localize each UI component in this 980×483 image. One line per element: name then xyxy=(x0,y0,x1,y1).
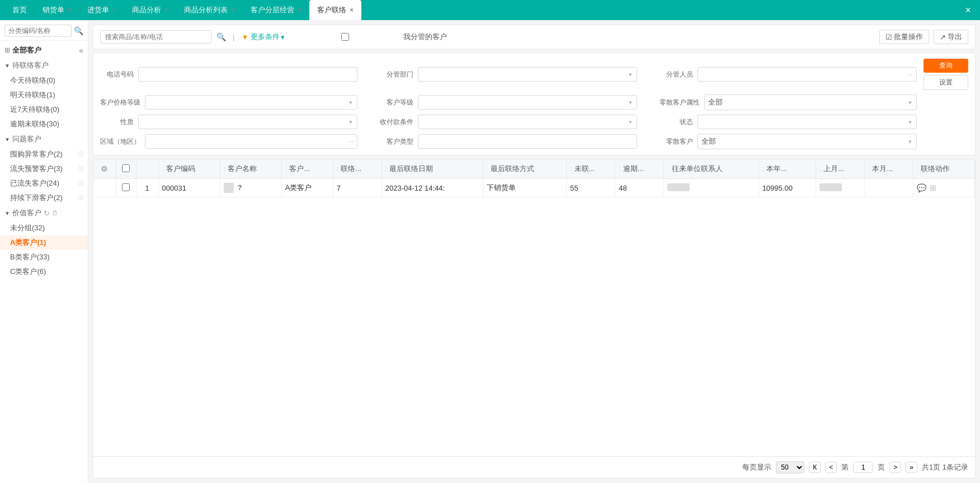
filter-retail-attr: 零散客户属性 全部 ▼ xyxy=(659,94,917,110)
row-checkbox[interactable] xyxy=(122,183,130,191)
page-size-select[interactable]: 50 100 200 xyxy=(776,461,804,473)
churned-info-icon: ⓘ xyxy=(78,179,83,187)
retail-attr-select[interactable]: 全部 ▼ xyxy=(704,94,917,110)
next-page-btn[interactable]: > xyxy=(889,462,901,473)
row-last-method[interactable]: 下销货单 xyxy=(483,179,567,197)
col-type: :客户... xyxy=(281,159,333,179)
my-customers-filter[interactable]: 我分管的客户 xyxy=(289,32,447,42)
close-product-analysis-tab[interactable]: × xyxy=(164,6,168,14)
payment-select[interactable]: ▼ xyxy=(418,115,637,129)
customer-level-label: 客户等级 xyxy=(380,98,413,107)
col-this-year: :本年... xyxy=(758,159,816,179)
nav-sales[interactable]: 销货单 × xyxy=(35,0,79,20)
filter-bar-right: ☑ 批量操作 ↗ 导出 xyxy=(879,30,968,44)
customer-type-label: 客户类型 xyxy=(380,137,413,146)
search-execute-button[interactable]: 查询 xyxy=(924,59,968,73)
export-button[interactable]: ↗ 导出 xyxy=(934,30,968,44)
status-dropdown-icon: ▼ xyxy=(907,119,913,125)
my-customers-checkbox[interactable] xyxy=(289,33,401,41)
row-this-month xyxy=(864,179,913,197)
my-customers-label: 我分管的客户 xyxy=(403,32,447,42)
hoarding-info-icon: ⓘ xyxy=(78,150,83,158)
row-check xyxy=(116,179,136,197)
search-input[interactable] xyxy=(100,30,212,44)
nav-purchase[interactable]: 进货单 × xyxy=(79,0,124,20)
sidebar-group-problem[interactable]: ▼ 问题客户 xyxy=(0,131,88,147)
row-last-month xyxy=(816,179,864,197)
region-dots-icon: ··· xyxy=(348,138,354,145)
sidebar-item-today[interactable]: 今天待联络(0) xyxy=(0,73,88,88)
sidebar-item-class-b[interactable]: B类客户(33) xyxy=(0,250,88,264)
region-select[interactable]: ··· xyxy=(145,134,357,149)
status-select[interactable]: ▼ xyxy=(698,115,917,129)
sidebar-item-churn-warning[interactable]: 流失预警客户(3) ⓘ xyxy=(0,162,88,176)
close-sales-tab[interactable]: × xyxy=(68,6,72,14)
data-table-container: ⚙ :客户编码 :客户名称 :客户... :联络... :最后联络日期 :最后 xyxy=(93,159,976,479)
nav-product-analysis-list[interactable]: 商品分析列表 × xyxy=(176,0,243,20)
customer-level-select[interactable]: ▼ xyxy=(418,95,637,110)
sidebar-item-churned[interactable]: 已流失客户(24) ⓘ xyxy=(0,176,88,191)
sidebar-search-input[interactable] xyxy=(4,25,72,37)
sidebar-item-tomorrow[interactable]: 明天待联络(1) xyxy=(0,88,88,102)
close-product-analysis-list-tab[interactable]: × xyxy=(231,6,235,14)
action-qr-icon[interactable]: ⊞ xyxy=(930,183,936,192)
nav-customer-tier[interactable]: 客户分层经营 × xyxy=(243,0,309,20)
close-purchase-tab[interactable]: × xyxy=(112,6,116,14)
sidebar-item-overdue[interactable]: 逾期未联络(30) xyxy=(0,117,88,131)
nature-dropdown-icon: ▼ xyxy=(348,119,354,125)
customer-avatar xyxy=(224,183,234,193)
nav-customer-contact[interactable]: 客户联络 × xyxy=(309,0,361,20)
close-all-tabs[interactable]: × xyxy=(960,4,976,16)
sidebar-group-value[interactable]: ▼ 价值客户 ↻ 🗒 xyxy=(0,205,88,221)
value-group-refresh[interactable]: ↻ xyxy=(44,209,50,217)
filter-settings-button[interactable]: 设置 xyxy=(924,75,968,90)
sidebar-group-pending[interactable]: ▼ 待联络客户 xyxy=(0,58,88,73)
row-name[interactable]: ？ xyxy=(220,179,281,197)
more-conditions-btn[interactable]: ▼ 更多条件 ▾ xyxy=(241,32,285,42)
price-level-select[interactable]: ▼ xyxy=(145,95,357,110)
batch-op-button[interactable]: ☑ 批量操作 xyxy=(879,30,929,44)
retail-customer-label: 零散客户 xyxy=(659,137,693,146)
customer-type-input[interactable] xyxy=(418,134,637,149)
customers-table: ⚙ :客户编码 :客户名称 :客户... :联络... :最后联络日期 :最后 xyxy=(93,159,975,197)
retail-attr-dropdown-icon: ▼ xyxy=(907,100,913,106)
close-customer-contact-tab[interactable]: × xyxy=(350,6,354,14)
problem-group-arrow: ▼ xyxy=(4,136,10,143)
sidebar-search-icon[interactable]: 🔍 xyxy=(74,26,83,35)
sidebar-item-unclassified[interactable]: 未分组(32) xyxy=(0,221,88,235)
page-label-pre: 第 xyxy=(841,462,849,472)
table-scroll-wrap[interactable]: ⚙ :客户编码 :客户名称 :客户... :联络... :最后联络日期 :最后 xyxy=(93,159,975,456)
declining-info-icon: ⓘ xyxy=(78,194,83,202)
prev-page-btn[interactable]: < xyxy=(825,462,837,473)
sidebar-item-class-c[interactable]: C类客户(6) xyxy=(0,264,88,279)
last-page-btn[interactable]: » xyxy=(906,462,917,473)
sidebar-item-class-a[interactable]: A类客户(1) xyxy=(0,235,88,250)
first-page-btn[interactable]: К xyxy=(809,462,821,473)
retail-customer-select[interactable]: 全部 ▼ xyxy=(698,134,917,149)
price-level-label: 客户价格等级 xyxy=(100,98,140,107)
manager-label: 分管人员 xyxy=(659,70,693,79)
action-chat-icon[interactable]: 💬 xyxy=(917,183,926,192)
search-button[interactable]: 🔍 xyxy=(216,32,226,41)
sidebar-all-customers-label[interactable]: 全部客户 xyxy=(12,45,41,55)
sidebar-item-hoarding[interactable]: 囤购异常客户(2) ⓘ xyxy=(0,147,88,162)
column-settings-gear[interactable]: ⚙ xyxy=(101,164,108,173)
nav-home[interactable]: 首页 xyxy=(4,0,35,20)
nature-select[interactable]: ▼ xyxy=(138,115,357,129)
sidebar-collapse-btn[interactable]: « xyxy=(79,46,83,55)
sidebar: 🔍 ⊞ 全部客户 « ▼ 待联络客户 今天待联络(0) 明天待联络(1) 近7天… xyxy=(0,20,88,483)
col-last-month: :上月... xyxy=(816,159,864,179)
dept-select[interactable]: ▼ xyxy=(418,67,637,82)
sidebar-item-7days[interactable]: 近7天待联络(0) xyxy=(0,102,88,117)
nav-product-analysis[interactable]: 商品分析 × xyxy=(124,0,176,20)
page-number-input[interactable] xyxy=(853,462,873,473)
sidebar-header: ⊞ 全部客户 « xyxy=(0,41,88,58)
select-all-checkbox[interactable] xyxy=(122,164,130,172)
col-check xyxy=(116,159,136,179)
sidebar-item-declining[interactable]: 持续下滑客户(2) ⓘ xyxy=(0,191,88,205)
phone-input[interactable] xyxy=(138,67,357,82)
pending-group-arrow: ▼ xyxy=(4,63,10,69)
manager-select[interactable]: ··· xyxy=(698,67,917,82)
value-group-settings[interactable]: 🗒 xyxy=(52,210,58,216)
close-customer-tier-tab[interactable]: × xyxy=(298,6,301,14)
